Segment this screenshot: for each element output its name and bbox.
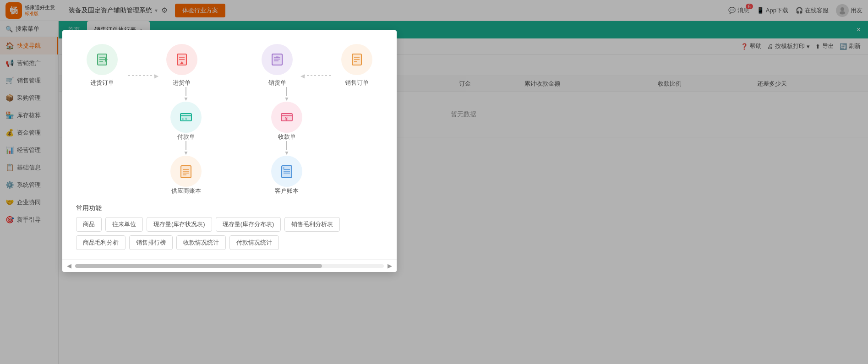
svg-point-44 — [283, 167, 284, 169]
common-func-title: 常用功能 — [76, 204, 383, 212]
func-btn-1[interactable]: 往来单位 — [105, 217, 143, 232]
func-btn-8[interactable]: 付款情况统计 — [229, 235, 279, 250]
flow-item-payment[interactable]: ¥ 付款单 — [158, 102, 213, 141]
scroll-right-arrow[interactable]: ▶ — [388, 262, 392, 269]
func-btn-2[interactable]: 现存量(库存状况表) — [147, 217, 212, 232]
supplier-account-label: 供应商账本 — [171, 187, 201, 195]
payment-circle: ¥ — [170, 102, 202, 133]
func-btn-3[interactable]: 现存量(库存分布表) — [216, 217, 281, 232]
svg-text:¥: ¥ — [185, 117, 187, 121]
customer-account-label: 客户账本 — [275, 187, 299, 195]
popup: 进货订单 ▶ 进货单 — [62, 30, 397, 272]
sales-order-label: 销售订单 — [345, 79, 369, 87]
svg-text:¥: ¥ — [285, 116, 288, 121]
func-btn-7[interactable]: 收款情况统计 — [176, 235, 226, 250]
purchase-order-label: 进货订单 — [90, 79, 114, 87]
supplier-account-circle — [170, 156, 202, 187]
scroll-track[interactable] — [75, 264, 384, 268]
func-buttons: 商品往来单位现存量(库存状况表)现存量(库存分布表)销售毛利分析表商品毛利分析销… — [76, 217, 383, 250]
popup-overlay[interactable]: 进货订单 ▶ 进货单 — [0, 0, 868, 364]
flow-item-sales-bill[interactable]: 销货单 — [251, 44, 303, 87]
svg-rect-18 — [276, 56, 278, 58]
flow-item-customer-account[interactable]: 客户账本 — [259, 156, 314, 195]
scroll-hint: ◀ ▶ — [62, 259, 397, 272]
purchase-bill-label: 进货单 — [173, 79, 191, 87]
flow-item-receipt[interactable]: ¥ 收款单 — [259, 102, 314, 141]
customer-account-circle — [271, 156, 302, 187]
flow-item-purchase-bill[interactable]: 进货单 — [156, 44, 208, 87]
scroll-thumb — [75, 264, 322, 268]
func-btn-4[interactable]: 销售毛利分析表 — [284, 217, 340, 232]
svg-rect-13 — [272, 54, 282, 65]
func-btn-5[interactable]: 商品毛利分析 — [76, 235, 126, 250]
popup-content: 进货订单 ▶ 进货单 — [62, 30, 397, 259]
receipt-label: 收款单 — [278, 133, 296, 141]
purchase-order-circle — [87, 44, 118, 75]
sales-bill-label: 销货单 — [268, 79, 286, 87]
flow-item-sales-order[interactable]: 销售订单 — [331, 44, 383, 87]
payment-label: 付款单 — [177, 133, 195, 141]
flow-item-supplier-account[interactable]: 供应商账本 — [158, 156, 213, 195]
common-func-section: 常用功能 商品往来单位现存量(库存状况表)现存量(库存分布表)销售毛利分析表商品… — [76, 204, 383, 250]
flow-item-purchase-order[interactable]: 进货订单 — [76, 44, 128, 87]
svg-point-27 — [182, 118, 184, 120]
sales-bill-circle — [262, 44, 293, 75]
svg-rect-33 — [181, 166, 191, 178]
receipt-circle: ¥ — [271, 102, 302, 133]
sales-order-circle — [341, 44, 372, 75]
func-btn-0[interactable]: 商品 — [76, 217, 102, 232]
func-btn-6[interactable]: 销售排行榜 — [129, 235, 173, 250]
scroll-left-arrow[interactable]: ◀ — [67, 262, 71, 269]
purchase-bill-circle — [166, 44, 197, 75]
